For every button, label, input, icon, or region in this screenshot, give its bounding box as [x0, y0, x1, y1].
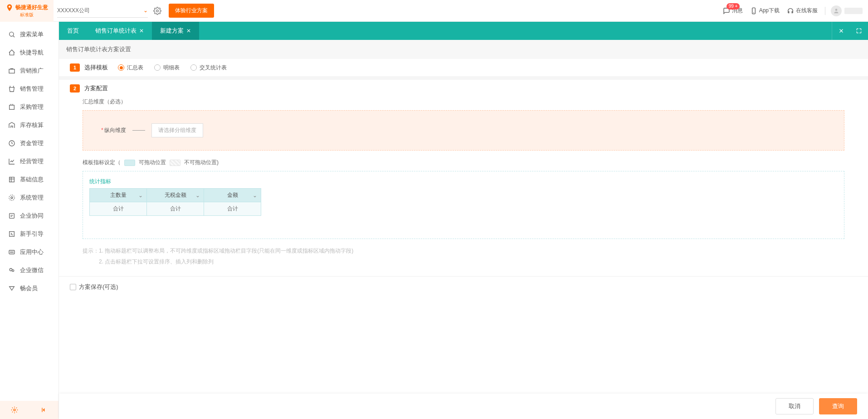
close-icon [838, 28, 844, 34]
tab-label: 首页 [67, 27, 79, 35]
sidebar-item[interactable]: 应用中心 [0, 243, 59, 261]
sidebar-settings-icon[interactable] [11, 406, 18, 414]
metric-column-header[interactable]: 主数量⌄ [90, 189, 147, 202]
dimension-select[interactable]: 请选择分组维度 [151, 123, 203, 137]
cancel-button[interactable]: 取消 [775, 398, 814, 414]
app-download-button[interactable]: App下载 [750, 7, 780, 15]
chevron-down-icon: ⌄ [195, 192, 200, 199]
metric-column-header[interactable]: 无税金额⌄ [147, 189, 204, 202]
sidebar-item[interactable]: 销售管理 [0, 80, 59, 98]
sidebar: 搜索菜单快捷导航营销推广销售管理采购管理库存核算资金管理经营管理基础信息系统管理… [0, 22, 59, 419]
tab[interactable]: 销售订单统计表✕ [87, 22, 152, 40]
tab-bar: 首页销售订单统计表✕新建方案✕ [59, 22, 868, 40]
user-avatar[interactable] [831, 5, 842, 16]
chevron-down-icon: ⌄ [253, 192, 257, 199]
svg-rect-9 [10, 177, 15, 182]
svg-line-5 [13, 36, 15, 37]
expand-icon [856, 28, 862, 34]
save-scheme-row: 方案保存(可选) [59, 276, 868, 297]
metric-header-label: 主数量 [110, 192, 127, 198]
sidebar-item[interactable]: 企业协同 [0, 207, 59, 225]
sidebar-item-icon [8, 85, 15, 93]
sidebar-item-icon [8, 158, 15, 165]
radio-label: 明细表 [163, 64, 180, 72]
sidebar-collapse-icon[interactable] [40, 406, 48, 414]
step-1-title: 选择模板 [84, 63, 108, 72]
sidebar-item-label: 畅会员 [20, 284, 38, 292]
sidebar-item-icon [8, 49, 15, 56]
sidebar-item-icon [8, 67, 15, 74]
metric-area: 统计指标 主数量⌄无税金额⌄金额⌄ 合计合计合计 [83, 171, 844, 239]
sidebar-item[interactable]: 库存核算 [0, 116, 59, 134]
svg-rect-6 [9, 69, 15, 73]
settings-icon[interactable] [153, 7, 161, 15]
company-select[interactable]: XXXXXX公司 ⌄ [57, 4, 148, 18]
sidebar-item[interactable]: 新手引导 [0, 225, 59, 243]
sidebar-item[interactable]: 快捷导航 [0, 44, 59, 62]
online-service-button[interactable]: 在线客服 [787, 7, 818, 15]
tab-close-icon[interactable]: ✕ [139, 28, 144, 34]
sidebar-item-label: 营销推广 [20, 67, 44, 75]
svg-rect-14 [10, 214, 15, 219]
sidebar-item[interactable]: 基础信息 [0, 171, 59, 189]
svg-rect-23 [42, 408, 42, 412]
metric-total-cell: 合计 [90, 202, 147, 216]
user-name[interactable] [844, 8, 863, 14]
sidebar-item[interactable]: 畅会员 [0, 279, 59, 297]
template-radio-option[interactable]: 汇总表 [118, 64, 143, 72]
sidebar-item-label: 系统管理 [20, 194, 44, 202]
svg-point-3 [835, 9, 838, 11]
sidebar-item-icon [8, 194, 15, 201]
sidebar-item[interactable]: 企业微信 [0, 261, 59, 279]
sidebar-item[interactable]: 采购管理 [0, 98, 59, 116]
sidebar-item-icon [8, 285, 15, 292]
tab-close-icon[interactable]: ✕ [186, 28, 191, 34]
app-header: 畅捷通好生意 标准版 XXXXXX公司 ⌄ 体验行业方案 99 + 消息 App… [0, 0, 868, 22]
svg-point-18 [11, 252, 12, 252]
main-area: 首页销售订单统计表✕新建方案✕ 销售订单统计表方案设置 1 选择模板 汇总表明细… [59, 22, 868, 419]
svg-point-22 [14, 409, 15, 411]
step-select-template: 1 选择模板 汇总表明细表交叉统计表 [59, 59, 868, 76]
save-scheme-checkbox[interactable] [70, 284, 76, 290]
svg-point-13 [9, 195, 15, 200]
sidebar-footer [0, 401, 59, 419]
step-scheme-config: 2 方案配置 汇总维度（必选） *纵向维度 请选择分组维度 模板指标设定（ 可拖… [59, 80, 868, 272]
sidebar-item[interactable]: 营销推广 [0, 62, 59, 80]
download-label: App下载 [759, 7, 780, 15]
sidebar-item-label: 应用中心 [20, 248, 44, 256]
dimension-section-label: 汇总维度（必选） [83, 98, 857, 106]
header-divider [825, 7, 825, 15]
svg-point-4 [10, 32, 14, 36]
template-radio-option[interactable]: 交叉统计表 [190, 64, 227, 72]
sidebar-item-icon [8, 267, 15, 274]
brand-logo: 畅捷通好生意 标准版 [0, 0, 54, 22]
sidebar-item[interactable]: 资金管理 [0, 134, 59, 152]
metric-header-label: 金额 [227, 192, 238, 198]
svg-rect-7 [10, 105, 15, 109]
fullscreen-button[interactable] [850, 22, 868, 40]
tab-close-all-button[interactable] [832, 22, 850, 40]
sidebar-item[interactable]: 经营管理 [0, 152, 59, 171]
messages-button[interactable]: 99 + 消息 [723, 7, 743, 15]
service-label: 在线客服 [796, 7, 818, 15]
brand-name: 畅捷通好生意 [15, 4, 48, 11]
tab[interactable]: 首页 [59, 22, 87, 40]
experience-scheme-button[interactable]: 体验行业方案 [169, 4, 214, 18]
metric-column-header[interactable]: 金额⌄ [204, 189, 261, 202]
sidebar-item-label: 基础信息 [20, 175, 44, 184]
sidebar-item[interactable]: 系统管理 [0, 189, 59, 207]
sidebar-item-label: 资金管理 [20, 139, 44, 147]
radio-icon [190, 64, 197, 71]
sidebar-item-label: 搜索菜单 [20, 30, 44, 39]
metric-table: 主数量⌄无税金额⌄金额⌄ 合计合计合计 [89, 188, 261, 216]
dimension-box: *纵向维度 请选择分组维度 [83, 110, 844, 151]
template-radio-option[interactable]: 明细表 [154, 64, 180, 72]
tab[interactable]: 新建方案✕ [152, 22, 199, 40]
sidebar-item[interactable]: 搜索菜单 [0, 25, 59, 44]
sidebar-item-icon [8, 248, 15, 256]
query-button[interactable]: 查询 [819, 398, 857, 414]
sidebar-item-label: 销售管理 [20, 85, 44, 93]
phone-icon [750, 7, 757, 15]
company-name: XXXXXX公司 [57, 7, 90, 15]
step-2-title: 方案配置 [84, 84, 108, 93]
